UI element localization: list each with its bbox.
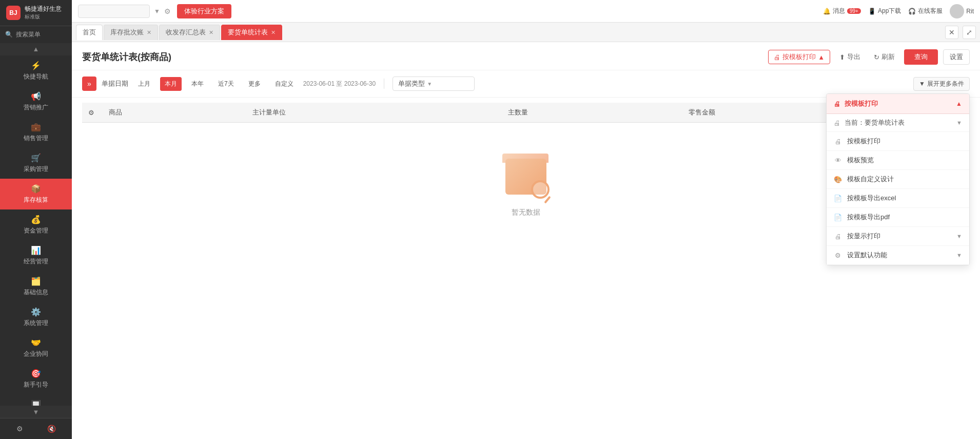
dropdown-item-template-custom[interactable]: 🎨 模板自定义设计 — [827, 170, 969, 189]
refresh-icon: ↻ — [874, 53, 879, 61]
date-btn-prev-month[interactable]: 上月 — [133, 77, 155, 91]
tab-order-stats-close[interactable]: ✕ — [271, 29, 276, 36]
template-print-chevron-up: ▲ — [818, 53, 825, 61]
page-area: 要货单统计表(按商品) 🖨 按模板打印 ▲ ⬆ 导出 ↻ 刷新 查询 设置 — [72, 42, 980, 439]
dropdown-item-export-excel[interactable]: 📄 按模板导出excel — [827, 189, 969, 208]
order-type-label: 单据类型 — [398, 79, 425, 88]
tab-close-btn[interactable]: ✕ — [945, 26, 958, 39]
logo-icon: BJ — [6, 6, 21, 20]
app-name: 畅捷通好生意 — [25, 5, 62, 13]
order-type-select[interactable]: 单据类型 ▼ — [393, 77, 475, 91]
date-btn-more[interactable]: 更多 — [244, 77, 265, 91]
sidebar-item-sales[interactable]: 💼 销售管理 — [0, 117, 72, 148]
col-settings-icon[interactable]: ⚙ — [88, 109, 94, 117]
quick-nav-icon: ⚡ — [31, 61, 41, 70]
expand-more-icon: ▼ — [919, 80, 925, 87]
tab-inventory-batch-close[interactable]: ✕ — [147, 29, 151, 36]
dropdown-item-export-pdf[interactable]: 📄 按模板导出pdf — [827, 208, 969, 227]
collab-icon: 🤝 — [31, 338, 41, 348]
sidebar-nav: ⚡ 快捷导航 📢 营销推广 💼 销售管理 🛒 采购管理 📦 库存核算 💰 资金管… — [0, 55, 72, 406]
export-btn[interactable]: ⬆ 导出 — [835, 50, 865, 64]
sidebar-scroll-up[interactable]: ▲ — [0, 43, 72, 55]
printer-icon: 🖨 — [774, 53, 780, 61]
sidebar-settings-btn[interactable]: ⚙ — [14, 423, 25, 435]
search-menu-item[interactable]: 🔍 搜索菜单 — [0, 26, 72, 43]
template-preview-menu-icon: 👁 — [834, 157, 842, 164]
sidebar-item-system[interactable]: ⚙️ 系统管理 — [0, 302, 72, 333]
tab-expand-btn[interactable]: ⤢ — [963, 26, 976, 39]
inventory-icon: 📦 — [31, 184, 41, 194]
sales-icon: 💼 — [31, 122, 41, 132]
apps-icon: 🔲 — [31, 399, 41, 406]
date-btn-curr-year[interactable]: 本年 — [187, 77, 208, 91]
dropdown-header[interactable]: 🖨 按模板打印 ▲ — [827, 94, 969, 114]
date-btn-curr-month[interactable]: 本月 — [160, 77, 182, 91]
app-download-icon: 📱 — [868, 8, 876, 15]
user-avatar-item[interactable]: Rit — [950, 4, 974, 18]
sidebar-mute-btn[interactable]: 🔇 — [45, 423, 58, 435]
app-version: 标准版 — [25, 13, 62, 21]
expand-more-btn[interactable]: ▼ 展开更多条件 — [913, 77, 970, 91]
tab-inventory-batch[interactable]: 库存批次账 ✕ — [104, 25, 158, 40]
topbar-gear-icon[interactable]: ⚙ — [164, 7, 171, 15]
query-button[interactable]: 查询 — [904, 49, 938, 65]
sidebar-bottom: ⚙ 🔇 — [0, 418, 72, 439]
tab-order-stats[interactable]: 要货单统计表 ✕ — [221, 25, 282, 40]
export-excel-icon: 📄 — [834, 195, 842, 202]
app-download-item[interactable]: 📱 App下载 — [868, 7, 901, 15]
sidebar-item-guide[interactable]: 🎯 新手引导 — [0, 364, 72, 394]
export-icon: ⬆ — [839, 53, 845, 61]
dropdown-current-row: 🖨 当前：要货单统计表 ▼ — [827, 114, 969, 132]
filter-divider — [384, 79, 384, 89]
display-print-icon: 🖨 — [834, 233, 842, 240]
dropdown-printer-icon: 🖨 — [834, 100, 840, 108]
tab-recv-summary-close[interactable]: ✕ — [209, 29, 213, 36]
dropdown-item-default-func[interactable]: ⚙ 设置默认功能 ▼ — [827, 246, 969, 265]
sidebar-item-inventory[interactable]: 📦 库存核算 — [0, 179, 72, 209]
refresh-btn[interactable]: ↻ 刷新 — [870, 50, 899, 64]
dropdown-item-template-preview[interactable]: 👁 模板预览 — [827, 151, 969, 170]
notification-item[interactable]: 🔔 消息 99+ — [823, 7, 861, 15]
topbar-search-input[interactable] — [78, 5, 150, 18]
sidebar-item-finance[interactable]: 💰 资金管理 — [0, 209, 72, 240]
date-range-text: 2023-06-01 至 2023-06-30 — [303, 80, 376, 88]
sidebar-item-marketing[interactable]: 📢 营销推广 — [0, 86, 72, 117]
dropdown-chevron-up: ▲ — [956, 100, 962, 107]
topbar-search-chevron[interactable]: ▼ — [154, 8, 160, 15]
template-print-dropdown: 🖨 按模板打印 ▲ 🖨 当前：要货单统计表 ▼ 🖨 按模板打印 👁 模板预览 — [826, 93, 970, 265]
sidebar-item-quick-nav[interactable]: ⚡ 快捷导航 — [0, 55, 72, 86]
dropdown-item-display-print[interactable]: 🖨 按显示打印 ▼ — [827, 227, 969, 246]
page-title: 要货单统计表(按商品) — [82, 51, 171, 63]
trial-btn[interactable]: 体验行业方案 — [177, 4, 231, 18]
topbar: ▼ ⚙ 体验行业方案 🔔 消息 99+ 📱 App下载 🎧 在线客服 Rit — [72, 0, 980, 23]
date-btn-custom[interactable]: 自定义 — [270, 77, 298, 91]
col-settings[interactable]: ⚙ — [82, 103, 103, 123]
sidebar-item-purchase[interactable]: 🛒 采购管理 — [0, 148, 72, 179]
page-header: 要货单统计表(按商品) 🖨 按模板打印 ▲ ⬆ 导出 ↻ 刷新 查询 设置 — [72, 42, 980, 70]
display-print-chevron: ▼ — [956, 233, 962, 239]
settings-button[interactable]: 设置 — [943, 49, 970, 65]
sidebar-item-basic[interactable]: 🗂️ 基础信息 — [0, 271, 72, 302]
col-product: 商品 — [103, 103, 246, 123]
date-btn-last-7[interactable]: 近7天 — [213, 77, 239, 91]
sidebar-item-operations[interactable]: 📊 经营管理 — [0, 240, 72, 271]
tabbar: 首页 库存批次账 ✕ 收发存汇总表 ✕ 要货单统计表 ✕ ✕ ⤢ — [72, 23, 980, 42]
empty-icon — [500, 154, 552, 200]
finance-icon: 💰 — [31, 215, 41, 224]
online-service-item[interactable]: 🎧 在线客服 — [908, 7, 943, 15]
filter-expand-icon[interactable]: » — [82, 77, 96, 91]
order-type-chevron: ▼ — [427, 81, 432, 87]
sidebar-scroll-down[interactable]: ▼ — [0, 406, 72, 418]
current-badge-icon: 🖨 — [834, 119, 840, 127]
dropdown-item-template-print[interactable]: 🖨 按模板打印 — [827, 132, 969, 151]
tab-recv-summary[interactable]: 收发存汇总表 ✕ — [159, 25, 220, 40]
date-filter-label: 单据日期 — [102, 79, 128, 88]
operations-icon: 📊 — [31, 245, 41, 255]
tab-home[interactable]: 首页 — [76, 25, 103, 40]
topbar-right: 🔔 消息 99+ 📱 App下载 🎧 在线客服 Rit — [823, 4, 974, 18]
filter-row-1: » 单据日期 上月 本月 本年 近7天 更多 自定义 2023-06-01 至 … — [82, 77, 970, 91]
template-print-btn[interactable]: 🖨 按模板打印 ▲ — [768, 50, 830, 64]
sidebar-item-collab[interactable]: 🤝 企业协同 — [0, 333, 72, 364]
col-unit: 主计量单位 — [246, 103, 502, 123]
sidebar-item-apps[interactable]: 🔲 应用中心 — [0, 394, 72, 406]
